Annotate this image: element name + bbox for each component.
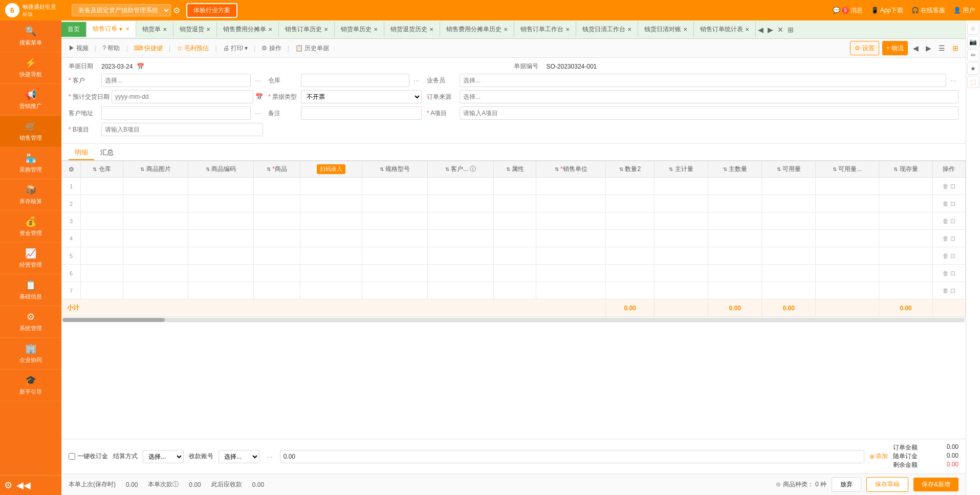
right-btn-1[interactable]: ☆: [967, 23, 979, 35]
gear-button[interactable]: ⚙: [171, 4, 182, 17]
tab-close-10[interactable]: ✕: [627, 27, 631, 32]
salesperson-expand-icon[interactable]: ···: [948, 76, 959, 84]
one-click-input[interactable]: [69, 453, 75, 460]
sidebar-collapse-icon[interactable]: ◀◀: [16, 480, 31, 491]
scan-input-btn[interactable]: 扫码录入: [317, 164, 345, 174]
grid-view-btn[interactable]: ⊞: [950, 41, 961, 55]
message-btn[interactable]: 💬 9 消息: [833, 6, 863, 15]
col-image[interactable]: ⇅ 商品图片: [123, 161, 188, 178]
scroll-thumb[interactable]: [62, 318, 165, 322]
system-selector[interactable]: 装备及固定资产辅助管理系统: [72, 4, 171, 16]
tab-fee-hist[interactable]: 销售费用分摊单历史 ✕: [440, 22, 514, 37]
col-avail-qty[interactable]: ⇅ 可用量: [762, 161, 816, 178]
row-copy-7[interactable]: ⊡: [950, 287, 955, 294]
sidebar-item-purchase[interactable]: 🏪 采购管理: [0, 147, 61, 179]
online-service-btn[interactable]: 🎧 在线客服: [911, 6, 945, 15]
address-expand-icon[interactable]: ···: [253, 109, 263, 117]
right-btn-2[interactable]: 📷: [967, 36, 979, 48]
payment-amount-input[interactable]: [280, 450, 864, 463]
tab-sales-order-hist[interactable]: 销售订单历史 ✕: [279, 22, 335, 37]
tab-sales-goods[interactable]: 销货单 ✕: [136, 22, 173, 37]
a-project-input[interactable]: [460, 106, 959, 120]
row-delete-1[interactable]: 🗑: [943, 183, 949, 190]
delivery-date-input[interactable]: [112, 90, 253, 103]
right-btn-3[interactable]: ✏: [967, 49, 979, 61]
row-copy-1[interactable]: ⊡: [950, 183, 955, 190]
sidebar-item-guide[interactable]: 🎓 新手引导: [0, 370, 61, 401]
tab-close-3[interactable]: ✕: [206, 27, 210, 32]
add-logistics-btn[interactable]: + 物流: [882, 41, 908, 55]
row-delete-7[interactable]: 🗑: [943, 287, 949, 294]
tab-close-11[interactable]: ✕: [683, 27, 687, 32]
row-copy-6[interactable]: ⊡: [950, 270, 955, 277]
detail-tab-huizong[interactable]: 汇总: [94, 146, 120, 160]
sidebar-item-inventory[interactable]: 📦 库存核算: [0, 179, 61, 211]
col-unit[interactable]: ⇅ *销售单位: [536, 161, 606, 178]
scroll-area[interactable]: [61, 317, 966, 323]
col-warehouse[interactable]: ⇅ 仓库: [81, 161, 123, 178]
tab-goods-hist[interactable]: 销货单历史 ✕: [335, 22, 384, 37]
warehouse-expand-icon[interactable]: ···: [411, 76, 422, 84]
sidebar-item-finance[interactable]: 💰 资金管理: [0, 211, 61, 243]
sidebar-item-search[interactable]: 🔍 搜索菜单: [0, 20, 61, 52]
next-record-btn[interactable]: ▶: [924, 41, 933, 55]
order-source-input[interactable]: [460, 90, 959, 103]
row-delete-4[interactable]: 🗑: [943, 235, 949, 242]
tab-home[interactable]: 首页: [61, 22, 86, 37]
sidebar-item-base-info[interactable]: 📋 基础信息: [0, 274, 61, 306]
col-code[interactable]: ⇅ 商品编码: [188, 161, 253, 178]
row-copy-2[interactable]: ⊡: [950, 200, 955, 207]
profit-btn[interactable]: ☆ 毛利预估: [175, 43, 211, 54]
tab-order-workbench[interactable]: 销售订单工作台 ✕: [514, 22, 576, 37]
app-download-btn[interactable]: 📱 App下载: [871, 6, 903, 15]
col-attr[interactable]: ⇅ 属性: [494, 161, 536, 178]
right-btn-4[interactable]: ★: [967, 62, 979, 75]
tab-return-hist[interactable]: 销货退货历史 ✕: [384, 22, 440, 37]
list-view-btn[interactable]: ☰: [937, 41, 947, 55]
col-scan[interactable]: 扫码录入: [300, 161, 362, 178]
col-customer-code[interactable]: ⇅ 客户... ⓘ: [427, 161, 494, 178]
invoice-type-select[interactable]: 不开票: [301, 90, 422, 103]
row-delete-5[interactable]: 🗑: [943, 252, 949, 260]
tab-close-9[interactable]: ✕: [565, 27, 570, 32]
tab-next-btn[interactable]: ▶: [766, 23, 775, 37]
row-delete-3[interactable]: 🗑: [943, 218, 949, 225]
tab-close-4[interactable]: ✕: [268, 27, 272, 32]
row-delete-6[interactable]: 🗑: [943, 270, 949, 277]
tab-close-8[interactable]: ✕: [504, 27, 508, 32]
row-copy-3[interactable]: ⊡: [950, 218, 955, 225]
customer-expand-icon[interactable]: ···: [253, 76, 263, 84]
col-product[interactable]: ⇅ *商品: [253, 161, 300, 178]
detail-tab-mingxi[interactable]: 明细: [69, 146, 94, 160]
tab-sales-stat[interactable]: 销售订单统计表 ✕: [694, 22, 756, 37]
add-payment-btn[interactable]: ⊕ 添加: [869, 452, 888, 461]
col-spec[interactable]: ⇅ 规格型号: [362, 161, 427, 178]
payment-method-select[interactable]: 选择...: [143, 450, 184, 463]
tab-cash-workbench[interactable]: 钱货日清工作台 ✕: [576, 22, 638, 37]
tab-prev-btn[interactable]: ◀: [756, 23, 766, 37]
calendar-icon[interactable]: 📅: [137, 63, 144, 70]
tab-sales-fee[interactable]: 销售费用分摊单 ✕: [217, 22, 279, 37]
user-btn[interactable]: 👤 用户: [953, 6, 975, 15]
bank-expand-icon[interactable]: ···: [265, 453, 275, 461]
sidebar-item-system[interactable]: ⚙ 系统管理: [0, 306, 61, 338]
note-input[interactable]: [301, 106, 422, 120]
tab-close-all-btn[interactable]: ✕: [775, 23, 786, 37]
col-main-qty[interactable]: ⇅ 主数量: [708, 161, 762, 178]
action-btn[interactable]: ⚙ 操作: [259, 43, 283, 54]
customer-input[interactable]: [101, 74, 251, 87]
row-copy-5[interactable]: ⊡: [950, 252, 955, 260]
salesperson-input[interactable]: [460, 74, 946, 87]
col-current-qty[interactable]: ⇅ 现存量: [879, 161, 932, 178]
row-delete-2[interactable]: 🗑: [943, 200, 949, 207]
right-btn-5[interactable]: ⬚: [967, 76, 979, 88]
sidebar-item-operations[interactable]: 📈 经营管理: [0, 243, 61, 274]
tab-close-12[interactable]: ✕: [745, 27, 749, 32]
shortcut-btn[interactable]: ⌨ 快捷键: [132, 43, 165, 54]
delivery-calendar-icon[interactable]: 📅: [255, 93, 263, 100]
sidebar-item-sales[interactable]: 🛒 销售管理: [0, 116, 61, 147]
tab-close-2[interactable]: ✕: [163, 27, 167, 32]
settings-btn[interactable]: ⚙ 设置: [850, 41, 879, 55]
tab-close-6[interactable]: ✕: [374, 27, 378, 32]
discard-button[interactable]: 放弃: [832, 477, 861, 492]
